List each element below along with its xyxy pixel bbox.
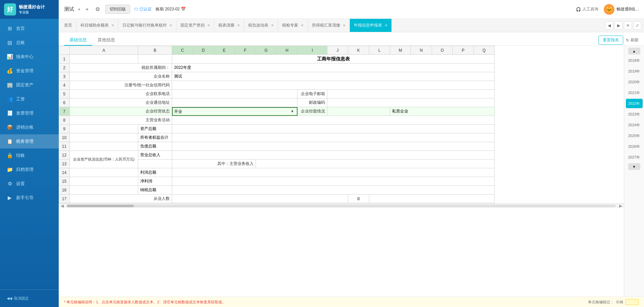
col-header-q[interactable]: Q (474, 46, 495, 55)
scroll-right-icon[interactable]: ▶ (617, 204, 624, 208)
tab-prev-button[interactable]: ◀ (605, 21, 613, 30)
sidebar-item-inventory[interactable]: 📦 进销台账 (0, 120, 59, 134)
tab-tax-list[interactable]: 税表清册 ✕ (214, 19, 244, 32)
cell-phone-value[interactable] (172, 90, 298, 98)
cell-label-employees[interactable]: 从业人数 (70, 194, 172, 203)
col-header-j[interactable]: J (327, 46, 348, 55)
year-item-2024[interactable]: 2024年 (626, 120, 643, 130)
cell-total-revenue[interactable] (172, 151, 495, 160)
cell-label-email[interactable]: 企业电子邮箱 (298, 90, 327, 98)
year-item-2019[interactable]: 2019年 (626, 67, 643, 76)
tab-home[interactable]: 首页 (61, 19, 76, 32)
cell-employees-value[interactable] (172, 194, 348, 203)
cell-a1[interactable] (70, 55, 138, 63)
sidebar-item-fixed-assets[interactable]: 🏢 固定资产 (0, 78, 59, 92)
tab-tax-fluctuation[interactable]: 税负波动表 ✕ (244, 19, 278, 32)
cell-label-biz-status[interactable]: 企业经营状态 (70, 107, 172, 116)
cell-b11[interactable]: 负债总额 (138, 142, 172, 151)
col-header-e[interactable]: E (214, 46, 234, 55)
cell-liabilities-total[interactable] (172, 142, 495, 151)
spreadsheet-main[interactable]: A B C D E F G H I J K L M N O (59, 46, 624, 297)
cell-label-main-biz[interactable]: 主营业务活动 (70, 116, 172, 125)
user-menu[interactable]: 🐱 畅捷通B组... (604, 4, 639, 15)
cell-b14[interactable]: 利润总额 (138, 168, 172, 177)
cell-b10[interactable]: 所有者权益合计 (138, 133, 172, 142)
year-item-2018[interactable]: 2018年 (626, 56, 643, 65)
cell-a14[interactable] (70, 168, 138, 177)
cell-main-biz-value[interactable] (172, 116, 495, 125)
cell-b12[interactable]: 营业总收入 (138, 151, 172, 160)
cell-employees-num[interactable]: 0 (348, 194, 369, 203)
cell-reg-value[interactable] (172, 81, 495, 90)
tab-fixed-asset-category[interactable]: 固定资产类别 ✕ (176, 19, 214, 32)
close-icon[interactable]: ✕ (271, 24, 274, 27)
col-header-l[interactable]: L (369, 46, 390, 55)
close-icon[interactable]: ✕ (237, 24, 240, 27)
sidebar-item-fund-management[interactable]: 💰 资金管理 (0, 64, 59, 78)
tab-annual-report[interactable]: 年报信息申报表 ✕ (350, 19, 392, 32)
cell-control-value[interactable] (327, 107, 390, 116)
sidebar-item-archive[interactable]: 📁 归档管理 (0, 163, 59, 177)
close-icon[interactable]: ✕ (169, 24, 172, 27)
year-scroll-down-button[interactable]: ▼ (628, 163, 640, 170)
cell-label-phone[interactable]: 企业联系电话 (70, 90, 172, 98)
sidebar-item-general-ledger[interactable]: ▤ 总账 (0, 36, 59, 50)
sidebar-item-invoice[interactable]: 🧾 发票管理 (0, 106, 59, 120)
tab-close-button[interactable]: ✕ (624, 21, 632, 30)
tab-income-tax[interactable]: 所得税汇算清缴 ✕ (308, 19, 350, 32)
col-header-i[interactable]: I (298, 46, 327, 55)
cell-a10[interactable] (70, 133, 138, 142)
sidebar-item-report-center[interactable]: 📊 报表中心 (0, 50, 59, 64)
close-icon[interactable]: ✕ (301, 24, 304, 27)
cell-b1[interactable] (138, 55, 172, 63)
cell-equity-total[interactable] (172, 133, 495, 142)
cell-employees-extra[interactable] (369, 194, 494, 203)
add-button[interactable]: + (84, 5, 90, 14)
cell-title[interactable]: 工商年报信息表 (172, 55, 495, 63)
reset-report-button[interactable]: 重置报表 (598, 36, 623, 45)
sidebar-item-payroll[interactable]: 👥 工资 (0, 92, 59, 106)
close-icon[interactable]: ✕ (385, 24, 387, 27)
year-item-2027[interactable]: 2027年 (626, 152, 643, 162)
gear-icon[interactable]: ⚙ (94, 5, 101, 14)
cell-total-profit[interactable] (172, 168, 495, 177)
cell-label-period[interactable]: 税款所属期间： (70, 63, 172, 72)
cell-main-revenue-value[interactable] (256, 160, 494, 168)
col-header-d[interactable]: D (193, 46, 214, 55)
year-item-2020[interactable]: 2020年 (626, 77, 643, 87)
close-icon[interactable]: ✕ (343, 24, 345, 27)
cell-label-reg[interactable]: 注册号/统一社会信用代码 (70, 81, 172, 90)
cell-b13[interactable] (138, 160, 172, 168)
year-item-2025[interactable]: 2025年 (626, 131, 643, 140)
cell-period-value[interactable]: 2022年度 (172, 63, 495, 72)
year-item-2022[interactable]: 2022年 (626, 99, 643, 108)
horizontal-scrollbar[interactable]: ◀ ▶ (59, 203, 624, 208)
tab-subject-balance[interactable]: 科目辅助余额表 ✕ (76, 19, 118, 32)
cell-postal-value[interactable] (327, 98, 494, 107)
col-header-f[interactable]: F (235, 46, 256, 55)
col-header-p[interactable]: P (453, 46, 474, 55)
cell-b15[interactable]: 净利润 (138, 177, 172, 186)
cell-total-tax[interactable] (172, 186, 495, 194)
tab-tax-inspection[interactable]: 税检专家 ✕ (278, 19, 308, 32)
cell-a16[interactable] (70, 186, 138, 194)
cell-main-revenue-label[interactable]: 其中：主营业务收入 (172, 160, 256, 168)
sidebar-item-settings[interactable]: ⚙ 设置 (0, 177, 59, 191)
sidebar-item-guide[interactable]: ▶ 新手引导 (0, 191, 59, 205)
cell-a15[interactable] (70, 177, 138, 186)
tab-expand-button[interactable]: ⤢ (633, 21, 641, 30)
cell-b16[interactable]: 纳税总额 (138, 186, 172, 194)
cell-net-profit[interactable] (172, 177, 495, 186)
col-header-k[interactable]: K (348, 46, 369, 55)
cell-a9[interactable] (70, 125, 138, 133)
col-header-n[interactable]: N (411, 46, 432, 55)
sidebar-item-tax[interactable]: 📋 税务管理 (0, 134, 59, 148)
col-header-b[interactable]: B (138, 46, 172, 55)
service-button[interactable]: 🎧 人工咨询 (576, 6, 598, 12)
biz-status-dropdown[interactable]: 开业 注销 吊销 迁出 撤销 (174, 109, 295, 114)
close-icon[interactable]: ✕ (207, 24, 210, 27)
col-header-g[interactable]: G (256, 46, 276, 55)
year-item-2021[interactable]: 2021年 (626, 88, 643, 97)
cell-b9[interactable]: 资产总额 (138, 125, 172, 133)
col-header-c[interactable]: C (172, 46, 193, 55)
